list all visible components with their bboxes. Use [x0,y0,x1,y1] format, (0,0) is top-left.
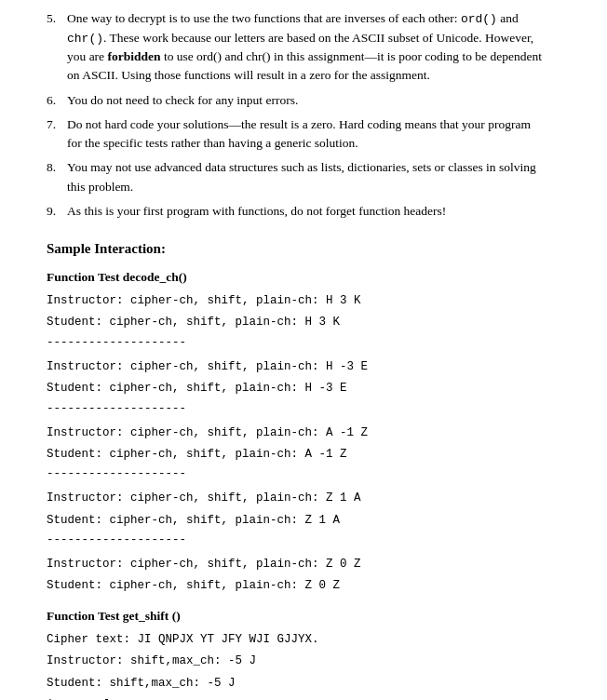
decode-instructor-2: Instructor: cipher-ch, shift, plain-ch: … [47,358,570,376]
ignore-line: ignore: J [47,696,570,700]
get-shift-title: Function Test get_shift () [47,609,570,624]
list-item-8: 8. You may not use advanced data structu… [47,158,570,196]
cipher-text-line: Cipher text: JI QNPJX YT JFY WJI GJJYX. [47,631,570,649]
decode-student-4: Student: cipher-ch, shift, plain-ch: Z 1… [47,512,570,530]
decode-sep-3: -------------------- [47,467,570,480]
code-chr: chr() [67,32,103,46]
decode-group-4: Instructor: cipher-ch, shift, plain-ch: … [47,490,570,546]
get-shift-group-1: Cipher text: JI QNPJX YT JFY WJI GJJYX. … [47,631,570,700]
decode-group-2: Instructor: cipher-ch, shift, plain-ch: … [47,358,570,415]
decode-group-5: Instructor: cipher-ch, shift, plain-ch: … [47,556,570,596]
decode-student-3: Student: cipher-ch, shift, plain-ch: A -… [47,446,570,464]
list-content-8: You may not use advanced data structures… [67,158,570,196]
list-content-7: Do not hard code your solutions—the resu… [67,115,570,154]
list-content-9: As this is your first program with funct… [67,202,570,221]
list-num-6: 6. [47,91,67,110]
decode-sep-4: -------------------- [47,533,570,546]
decode-group-1: Instructor: cipher-ch, shift, plain-ch: … [47,292,570,349]
forbidden-text: forbidden [107,49,160,63]
list-item-9: 9. As this is your first program with fu… [47,202,570,221]
decode-instructor-1: Instructor: cipher-ch, shift, plain-ch: … [47,292,570,310]
decode-group-3: Instructor: cipher-ch, shift, plain-ch: … [47,424,570,481]
code-ord: ord() [461,12,497,26]
decode-student-5: Student: cipher-ch, shift, plain-ch: Z 0… [47,577,570,595]
list-num-5: 5. [47,9,67,86]
decode-instructor-4: Instructor: cipher-ch, shift, plain-ch: … [47,490,570,507]
requirements-list: 5. One way to decrypt is to use the two … [47,9,570,221]
decode-instructor-3: Instructor: cipher-ch, shift, plain-ch: … [47,424,570,442]
list-num-9: 9. [47,202,67,221]
decode-student-1: Student: cipher-ch, shift, plain-ch: H 3… [47,314,570,331]
decode-student-2: Student: cipher-ch, shift, plain-ch: H -… [47,380,570,397]
decode-sep-1: -------------------- [47,336,570,349]
get-shift-student-1: Student: shift,max_ch: -5 J [47,675,570,693]
list-num-7: 7. [47,115,67,154]
list-item-7: 7. Do not hard code your solutions—the r… [47,115,570,154]
list-item-6: 6. You do not need to check for any inpu… [47,91,570,110]
sample-interaction-title: Sample Interaction: [47,241,570,257]
decode-sep-2: -------------------- [47,402,570,415]
get-shift-instructor-1: Instructor: shift,max_ch: -5 J [47,653,570,670]
list-content-6: You do not need to check for any input e… [67,91,570,110]
list-item-5: 5. One way to decrypt is to use the two … [47,9,570,86]
decode-ch-title: Function Test decode_ch() [47,270,570,285]
list-content-5: One way to decrypt is to use the two fun… [67,9,570,86]
decode-instructor-5: Instructor: cipher-ch, shift, plain-ch: … [47,556,570,573]
list-num-8: 8. [47,158,67,196]
